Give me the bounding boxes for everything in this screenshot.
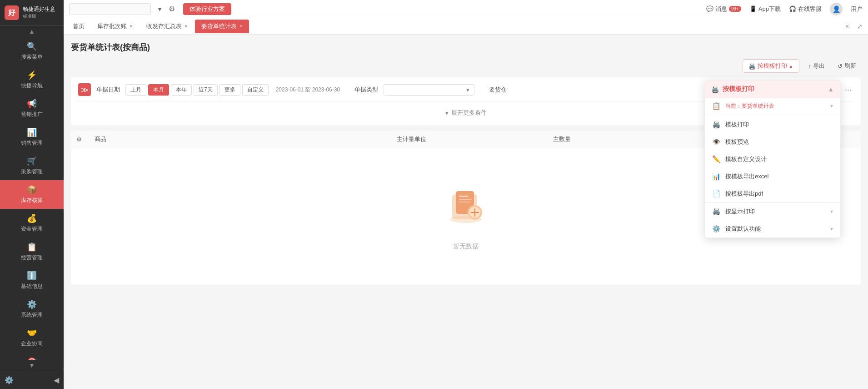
set-default-item[interactable]: ⚙️ 设置默认功能 ▾	[705, 220, 840, 237]
app-download-btn[interactable]: 📱 App下载	[749, 5, 781, 13]
sales-icon: 📊	[27, 127, 37, 137]
sidebar-item-basic[interactable]: ℹ️ 基础信息	[0, 266, 64, 295]
system-icon: ⚙️	[27, 299, 37, 309]
expand-more-icon: ▾	[445, 110, 449, 116]
print-dropdown-panel: 🖨️ 按模板打印 ▲ 📋 当前：要货单统计表 ▾ 🖨️ 模板打印	[704, 80, 841, 238]
date-year-btn[interactable]: 本年	[171, 84, 192, 96]
search-input[interactable]	[69, 3, 151, 15]
template-preview-item[interactable]: 👁️ 模板预览	[705, 133, 840, 151]
finance-icon: 💰	[27, 213, 37, 223]
topbar-gear-icon[interactable]: ⚙	[169, 5, 175, 13]
page-content: 要货单统计表(按商品) 🖨️ 按模板打印 ▲ ↑ 导出 ↺ 刷新 ≫ 单据日期	[64, 35, 868, 389]
sidebar-item-business[interactable]: 📋 经营管理	[0, 237, 64, 266]
svg-rect-9	[459, 202, 470, 202]
topbar: ▾ ⚙ 体验行业方案 💬 消息 99+ 📱 App下载 🎧 在线客服 👤 用户	[64, 0, 868, 18]
sidebar-scroll-up[interactable]: ▲	[0, 26, 64, 37]
svg-rect-8	[459, 199, 472, 200]
date-buttons: 上月 本月 本年 近7天 更多 自定义	[125, 84, 269, 96]
template-design-left: ✏️ 模板自定义设计	[712, 155, 767, 163]
filter-expand-icon[interactable]: ≫	[78, 83, 91, 96]
sidebar: 好 畅捷通好生意 标准版 ▲ 🔍 搜索菜单 ⚡ 快捷导航 📢 营销推广 📊 销售…	[0, 0, 64, 389]
th-qty: 主数量	[548, 131, 704, 148]
message-icon: 💬	[706, 5, 713, 12]
avatar[interactable]: 👤	[830, 3, 843, 15]
display-print-left: 🖨️ 按显示打印	[712, 207, 755, 216]
tab-receipt-summary[interactable]: 收发存汇总表 ×	[140, 20, 194, 33]
set-default-left: ⚙️ 设置默认功能	[712, 225, 761, 233]
current-template-item[interactable]: 📋 当前：要货单统计表 ▾	[705, 98, 840, 114]
search-dropdown-btn[interactable]: ▾	[155, 5, 164, 13]
th-unit: 主计量单位	[391, 131, 548, 148]
refresh-btn[interactable]: ↺ 刷新	[834, 60, 860, 72]
template-export-excel-item[interactable]: 📊 按模板导出excel	[705, 168, 840, 185]
template-export-pdf-icon: 📄	[712, 190, 721, 198]
sidebar-nav: 🔍 搜索菜单 ⚡ 快捷导航 📢 营销推广 📊 销售管理 🛒 采购管理 📦 库存核…	[0, 37, 64, 360]
date-current-btn[interactable]: 本月	[148, 84, 169, 96]
avatar-icon: 👤	[833, 5, 840, 13]
export-btn[interactable]: ↑ 导出	[805, 60, 829, 72]
window-close-btn[interactable]: ×	[843, 22, 852, 31]
messages-btn[interactable]: 💬 消息 99+	[706, 5, 741, 13]
type-select[interactable]: ▾	[384, 84, 474, 96]
sidebar-item-quick-nav[interactable]: ⚡ 快捷导航	[0, 66, 64, 94]
svg-rect-7	[459, 196, 468, 197]
sidebar-item-finance[interactable]: 💰 资金管理	[0, 209, 64, 237]
warehouse-label: 要货仓	[489, 86, 507, 94]
tab-order-stats[interactable]: 要货单统计表 ×	[195, 20, 249, 33]
print-btn[interactable]: 🖨️ 按模板打印 ▲	[743, 59, 799, 73]
sidebar-item-search[interactable]: 🔍 搜索菜单	[0, 37, 64, 66]
date-more-btn[interactable]: 更多	[219, 84, 240, 96]
date-prev-btn[interactable]: 上月	[125, 84, 146, 96]
sidebar-item-guide[interactable]: 🎯 新手引导	[0, 352, 64, 360]
tab-bar: 首页 库存批次账 × 收发存汇总表 × 要货单统计表 × × ⤢	[64, 18, 868, 35]
template-print-item[interactable]: 🖨️ 模板打印	[705, 116, 840, 133]
type-label: 单据类型	[354, 86, 378, 94]
tab1-close-btn[interactable]: ×	[130, 23, 133, 30]
scroll-up-icon[interactable]: ▲	[29, 28, 35, 35]
date-custom-btn[interactable]: 自定义	[242, 84, 269, 96]
toolbar-row: 🖨️ 按模板打印 ▲ ↑ 导出 ↺ 刷新	[71, 59, 861, 73]
set-default-icon: ⚙️	[712, 225, 721, 233]
trial-btn[interactable]: 体验行业方案	[183, 3, 231, 15]
sidebar-item-inventory[interactable]: 📦 库存核算	[0, 180, 64, 209]
window-maximize-btn[interactable]: ⤢	[855, 22, 864, 31]
display-print-icon: 🖨️	[712, 207, 721, 216]
set-default-arrow: ▾	[830, 226, 833, 232]
sidebar-item-marketing[interactable]: 📢 营销推广	[0, 94, 64, 123]
template-export-excel-left: 📊 按模板导出excel	[712, 172, 768, 181]
more-options-btn[interactable]: ···	[843, 83, 853, 96]
tab-inventory-batch[interactable]: 库存批次账 ×	[91, 20, 139, 33]
tab2-close-btn[interactable]: ×	[185, 23, 188, 30]
display-print-item[interactable]: 🖨️ 按显示打印 ▾	[705, 203, 840, 220]
sidebar-item-cooperation[interactable]: 🤝 企业协同	[0, 323, 64, 352]
current-template-arrow: ▾	[830, 103, 833, 109]
main-area: ▾ ⚙ 体验行业方案 💬 消息 99+ 📱 App下载 🎧 在线客服 👤 用户	[64, 0, 868, 389]
scroll-down-icon[interactable]: ▼	[29, 362, 35, 369]
th-settings[interactable]: ⚙	[71, 131, 89, 147]
settings-footer-icon[interactable]: ⚙️	[5, 376, 14, 384]
logo-text: 畅捷通好生意 标准版	[23, 6, 55, 20]
date-week-btn[interactable]: 近7天	[194, 84, 218, 96]
sidebar-scroll-down[interactable]: ▼	[0, 360, 64, 371]
topbar-right: 💬 消息 99+ 📱 App下载 🎧 在线客服 👤 用户	[706, 3, 863, 15]
dropdown-header: 🖨️ 按模板打印 ▲	[705, 81, 840, 98]
business-icon: 📋	[27, 242, 37, 252]
tab-home[interactable]: 首页	[67, 20, 90, 33]
search-icon: 🔍	[27, 41, 37, 51]
tab3-close-btn[interactable]: ×	[239, 23, 243, 30]
dropdown-collapse-btn[interactable]: ▲	[828, 86, 834, 93]
print-arrow-icon: ▲	[789, 64, 793, 69]
template-design-item[interactable]: ✏️ 模板自定义设计	[705, 151, 840, 168]
online-service-btn[interactable]: 🎧 在线客服	[789, 5, 822, 13]
collapse-icon[interactable]: ◀	[54, 376, 59, 384]
logo-icon: 好	[5, 5, 19, 20]
template-export-pdf-item[interactable]: 📄 按模板导出pdf	[705, 185, 840, 202]
sidebar-item-system[interactable]: ⚙️ 系统管理	[0, 295, 64, 323]
download-icon: 📱	[749, 5, 757, 12]
current-template-icon: 📋	[712, 102, 721, 110]
template-design-icon: ✏️	[712, 155, 721, 163]
app-logo: 好 畅捷通好生意 标准版	[0, 0, 64, 26]
sidebar-item-purchase[interactable]: 🛒 采购管理	[0, 152, 64, 180]
template-print-icon: 🖨️	[712, 121, 721, 129]
sidebar-item-sales[interactable]: 📊 销售管理	[0, 123, 64, 152]
